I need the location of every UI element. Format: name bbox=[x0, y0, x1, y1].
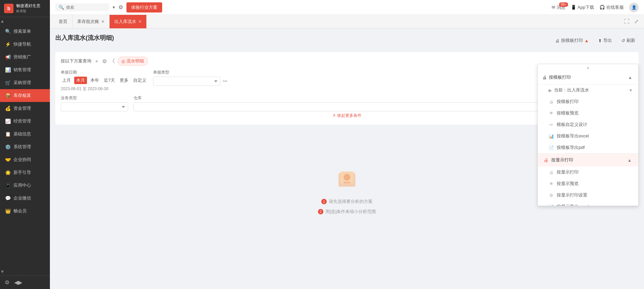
sidebar-item-wechat[interactable]: 💬 企业微信 bbox=[0, 192, 50, 205]
menu-scroll-up[interactable]: ▲ bbox=[538, 64, 638, 71]
tab-restore-btn[interactable]: ⛶ bbox=[623, 17, 631, 26]
sidebar-item-label: 企业协同 bbox=[13, 157, 31, 163]
topbar: 🔍 ▾ ⚙ 体验行业方案 ✉ 消息 99+ 📱 App下载 🎧 在线客服 bbox=[50, 0, 644, 15]
message-icon: ✉ bbox=[552, 5, 555, 10]
display-print-item[interactable]: 🖨 按显示打印 bbox=[538, 166, 638, 178]
type-more-btn[interactable]: ••• bbox=[223, 79, 227, 84]
settings-footer-icon[interactable]: ⚙ bbox=[5, 279, 9, 286]
sidebar: b 畅捷通好生意 标准版 ▲ 🔍 搜索菜单 ⚡ 快捷导航 📢 营销推广 📊 bbox=[0, 0, 50, 289]
sidebar-item-label: 系统管理 bbox=[13, 144, 31, 150]
display-section-label: 按显示打印 bbox=[551, 157, 573, 163]
topbar-settings-icon[interactable]: ⚙ bbox=[118, 4, 123, 10]
add-condition-btn[interactable]: ＋ bbox=[94, 58, 99, 65]
print-menu-arrow-btn[interactable]: ▲ bbox=[627, 74, 634, 81]
filter-settings-btn[interactable]: ⚙ bbox=[102, 58, 107, 64]
display-settings-item[interactable]: ⚙ 按显示打印设置 bbox=[538, 189, 638, 201]
sidebar-item-member[interactable]: 👑 畅会员 bbox=[0, 205, 50, 217]
disp-settings-label: 按显示打印设置 bbox=[557, 192, 587, 198]
message-btn[interactable]: ✉ 消息 99+ bbox=[552, 4, 565, 10]
print-menu: ▲ 🖨 按模板打印 ▲ ▶ 当前：出入库流水 ▼ bbox=[537, 64, 639, 206]
tab-batch[interactable]: 库存批次账 ✕ bbox=[72, 15, 110, 28]
current-template-text: 当前：出入库流水 bbox=[554, 87, 589, 93]
template-custom-item[interactable]: ✏ 模板自定义设计 bbox=[538, 119, 638, 130]
business-field: 业务类型 bbox=[61, 95, 128, 111]
export-label: 导出 bbox=[603, 37, 612, 44]
type-select[interactable] bbox=[153, 77, 221, 86]
print-button[interactable]: 🖨 按模板打印 ▲ bbox=[552, 36, 592, 45]
print-arrow-icon: ▲ bbox=[584, 38, 589, 43]
sidebar-item-guide[interactable]: 🌟 新手引导 bbox=[0, 166, 50, 179]
filter-tag[interactable]: ◎ 流水明细 bbox=[118, 57, 148, 65]
sidebar-item-sales[interactable]: 📊 销售管理 bbox=[0, 63, 50, 76]
sales-icon: 📊 bbox=[5, 67, 11, 73]
user-avatar[interactable]: 👤 bbox=[629, 3, 639, 12]
sidebar-item-partner[interactable]: 🤝 企业协同 bbox=[0, 153, 50, 166]
collapse-sidebar-icon[interactable]: ◀▶ bbox=[14, 279, 22, 286]
sidebar-item-finance[interactable]: 💰 资金管理 bbox=[0, 102, 50, 115]
member-icon: 👑 bbox=[5, 208, 11, 214]
refresh-button[interactable]: ↺ 刷新 bbox=[618, 36, 639, 45]
template-preview-item[interactable]: 👁 按模板预览 bbox=[538, 107, 638, 119]
display-excel-item[interactable]: 📊 按显示导出excel bbox=[538, 201, 638, 206]
date-btn-current-month[interactable]: 本月 bbox=[74, 77, 87, 84]
online-service-btn[interactable]: 🎧 在线客服 bbox=[599, 4, 624, 10]
sidebar-item-operation[interactable]: 📈 经营管理 bbox=[0, 115, 50, 128]
sidebar-item-inventory[interactable]: 📦 库存核算 bbox=[0, 89, 50, 102]
sidebar-item-app[interactable]: 📱 应用中心 bbox=[0, 179, 50, 192]
business-select[interactable] bbox=[61, 102, 128, 111]
date-btn-more[interactable]: 更多 bbox=[118, 77, 130, 84]
date-btn-custom[interactable]: 自定义 bbox=[132, 77, 148, 84]
marketing-icon: 📢 bbox=[5, 54, 11, 60]
topbar-search-box[interactable]: 🔍 bbox=[55, 3, 109, 11]
tab-batch-close[interactable]: ✕ bbox=[101, 19, 105, 24]
sidebar-header: b 畅捷通好生意 标准版 bbox=[0, 0, 50, 17]
hint-num-2: 2 bbox=[318, 209, 323, 214]
sidebar-item-purchase[interactable]: 🛒 采购管理 bbox=[0, 76, 50, 89]
app-download-btn[interactable]: 📱 App下载 bbox=[571, 4, 594, 10]
tab-home[interactable]: 首页 bbox=[54, 15, 72, 28]
service-icon: 🎧 bbox=[599, 5, 605, 10]
tpl-preview-label: 按模板预览 bbox=[557, 110, 579, 116]
disp-print-icon: 🖨 bbox=[549, 169, 554, 175]
search-input[interactable] bbox=[66, 5, 103, 10]
export-icon: ⬆ bbox=[598, 38, 602, 43]
partner-icon: 🤝 bbox=[5, 157, 11, 163]
message-badge: 99+ bbox=[559, 2, 568, 7]
print-menu-title: 按模板打印 bbox=[549, 74, 571, 80]
sidebar-item-basic[interactable]: 📋 基础信息 bbox=[0, 128, 50, 140]
display-section-arrow[interactable]: ▲ bbox=[626, 157, 633, 163]
topbar-search-icon: 🔍 bbox=[59, 5, 64, 10]
tab-flow[interactable]: 出入库流水 ✕ bbox=[110, 15, 147, 28]
tab-flow-close[interactable]: ✕ bbox=[138, 19, 142, 24]
empty-svg bbox=[332, 163, 362, 193]
sidebar-item-search[interactable]: 🔍 搜索菜单 bbox=[0, 25, 50, 38]
date-btn-7days[interactable]: 近7天 bbox=[103, 77, 116, 84]
trial-button[interactable]: 体验行业方案 bbox=[126, 2, 162, 12]
template-pdf-item[interactable]: 📄 按模板导出pdf bbox=[538, 142, 638, 153]
topbar-right: ✉ 消息 99+ 📱 App下载 🎧 在线客服 👤 bbox=[552, 3, 639, 12]
sidebar-scroll-up[interactable]: ▲ bbox=[0, 17, 5, 25]
template-excel-item[interactable]: 📊 按模板导出excel bbox=[538, 130, 638, 142]
sidebar-item-label: 营销推广 bbox=[13, 54, 31, 60]
template-print-item[interactable]: 🖨 按模板打印 bbox=[538, 96, 638, 107]
sidebar-item-label: 应用中心 bbox=[13, 182, 31, 188]
tpl-custom-icon: ✏ bbox=[549, 122, 554, 127]
sidebar-item-shortcut[interactable]: ⚡ 快捷导航 bbox=[0, 38, 50, 51]
search-dropdown-btn[interactable]: ▾ bbox=[113, 5, 115, 10]
sidebar-item-system[interactable]: ⚙️ 系统管理 bbox=[0, 140, 50, 153]
disp-excel-icon: 📊 bbox=[549, 204, 554, 206]
display-section-header[interactable]: 🖨 按显示打印 ▲ bbox=[538, 154, 638, 166]
collapse-conditions-btn[interactable]: 《 bbox=[110, 58, 115, 65]
date-btn-last-month[interactable]: 上月 bbox=[61, 77, 72, 84]
date-btn-year[interactable]: 本年 bbox=[89, 77, 100, 84]
display-preview-item[interactable]: 👁 按显示预览 bbox=[538, 178, 638, 189]
sidebar-scroll-down[interactable]: ▼ bbox=[0, 268, 5, 275]
tpl-print-label: 按模板打印 bbox=[557, 99, 579, 105]
tpl-excel-icon: 📊 bbox=[549, 133, 554, 139]
avatar-icon: 👤 bbox=[632, 5, 637, 10]
tab-maximize-btn[interactable]: ⤢ bbox=[633, 17, 640, 26]
sidebar-item-label: 畅会员 bbox=[13, 208, 27, 214]
sidebar-item-label: 资金管理 bbox=[13, 105, 31, 111]
export-button[interactable]: ⬆ 导出 bbox=[595, 36, 615, 45]
sidebar-item-marketing[interactable]: 📢 营销推广 bbox=[0, 51, 50, 63]
